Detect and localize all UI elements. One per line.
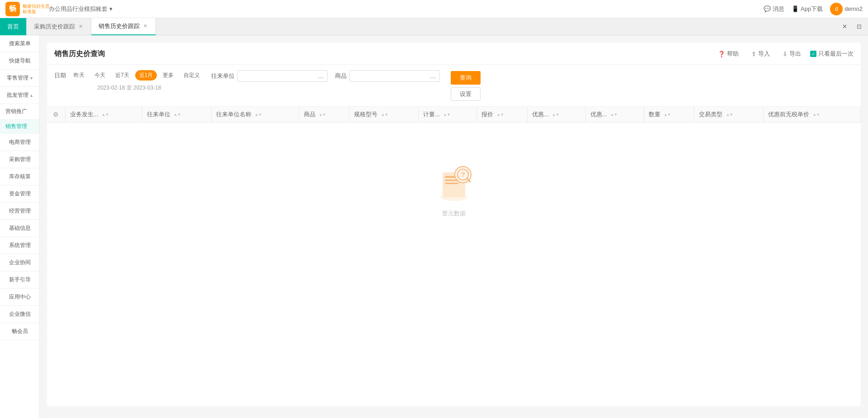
- close-purchase-tab-icon[interactable]: ✕: [78, 23, 84, 30]
- sidebar-item-purchase[interactable]: 采购管理: [0, 151, 39, 168]
- sidebar-item-marketing[interactable]: 营销推广: [0, 104, 39, 119]
- sort-arrows-quantity[interactable]: ▲▼: [664, 113, 671, 117]
- table-col-biz-date: 业务发生... ▲▼: [65, 107, 142, 123]
- sidebar-item-operations[interactable]: 经营管理: [0, 203, 39, 220]
- chevron-down-icon: ▾: [109, 5, 113, 12]
- sidebar-item-enterprise[interactable]: 企业协同: [0, 254, 39, 271]
- sidebar-item-quick-nav[interactable]: 快捷导航: [0, 52, 39, 70]
- sort-arrows-pretax-price[interactable]: ▲▼: [813, 113, 820, 117]
- sort-arrows-spec[interactable]: ▲▼: [381, 113, 388, 117]
- date-btn-custom[interactable]: 自定义: [179, 70, 204, 81]
- sort-arrows-product[interactable]: ▲▼: [319, 113, 326, 117]
- date-filter: 日期 昨天 今天 近7天 近1月 更多 自定义 2023-02-18 至 202…: [54, 70, 204, 92]
- import-button[interactable]: ⇪ 导入: [748, 48, 774, 60]
- top-header: 畅 畅捷信好生意 标准版 办公用品行业模拟账套 ▾ 💬 消息 📱 App下载 d…: [0, 0, 868, 18]
- settings-button[interactable]: 设置: [451, 87, 481, 101]
- tab-sales-history[interactable]: 销售历史价跟踪 ✕: [91, 18, 156, 35]
- table-col-discount1: 优惠... ▲▼: [527, 107, 585, 123]
- logo-icon: 畅: [5, 2, 20, 16]
- import-icon: ⇪: [751, 51, 756, 57]
- date-btn-today[interactable]: 今天: [90, 70, 109, 81]
- app-download-button[interactable]: 📱 App下载: [792, 5, 823, 13]
- date-options: 昨天 今天 近7天 近1月 更多 自定义: [70, 70, 204, 81]
- table-col-spec: 规格型号 ▲▼: [349, 107, 419, 123]
- data-table: ⚙ 业务发生... ▲▼ 往来单位 ▲▼ 往来单位名称: [47, 107, 861, 123]
- empty-state: ? 暂元数据: [47, 123, 861, 254]
- table-col-quote-price: 报价 ▲▼: [477, 107, 528, 123]
- message-button[interactable]: 💬 消息: [764, 5, 784, 13]
- export-button[interactable]: ⇩ 导出: [779, 48, 805, 60]
- sort-arrows-biz-date[interactable]: ▲▼: [102, 113, 109, 117]
- only-last-checkbox[interactable]: ✓ 只看最后一次: [810, 50, 854, 58]
- sort-arrows-unit[interactable]: ▲▼: [443, 113, 451, 117]
- counterparty-dots-icon[interactable]: ...: [318, 72, 324, 80]
- header-right: 💬 消息 📱 App下载 d demo2: [764, 3, 863, 15]
- workspace-selector[interactable]: 办公用品行业模拟账套 ▾: [45, 3, 116, 15]
- page-container: 销售历史价查询 ❓ 帮助 ⇪ 导入 ⇩ 导出 ✓: [47, 43, 861, 406]
- workspace-name: 办公用品行业模拟账套: [49, 5, 108, 13]
- sidebar-item-basic-info[interactable]: 基础信息: [0, 220, 39, 237]
- sidebar-item-system[interactable]: 系统管理: [0, 237, 39, 254]
- sidebar-item-finance[interactable]: 资金管理: [0, 185, 39, 203]
- sidebar-item-search[interactable]: 搜索菜单: [0, 35, 39, 52]
- sidebar-item-inventory[interactable]: 库存核算: [0, 168, 39, 185]
- sort-arrows-counterparty-name[interactable]: ▲▼: [255, 113, 262, 117]
- product-label: 商品: [335, 72, 347, 80]
- sidebar-item-wholesale[interactable]: 批发管理 ▴: [0, 87, 39, 104]
- chevron-up-icon: ▴: [30, 93, 33, 98]
- logo-area: 畅 畅捷信好生意 标准版: [5, 2, 42, 16]
- sort-arrows-discount2[interactable]: ▲▼: [610, 113, 618, 117]
- tab-actions: ✕ ⊡: [839, 21, 868, 32]
- table-col-quantity: 数量 ▲▼: [644, 107, 694, 123]
- table-col-counterparty-name: 往来单位名称 ▲▼: [211, 107, 299, 123]
- help-button[interactable]: ❓ 帮助: [714, 48, 742, 60]
- sort-arrows-trade-type[interactable]: ▲▼: [726, 113, 733, 117]
- table-col-trade-type: 交易类型 ▲▼: [694, 107, 764, 123]
- date-range-text: 2023-02-18 至 2023-03-18: [97, 84, 161, 92]
- date-btn-yesterday[interactable]: 昨天: [70, 70, 89, 81]
- counterparty-input[interactable]: [241, 73, 318, 80]
- export-icon: ⇩: [783, 51, 788, 57]
- tab-purchase-history[interactable]: 采购历史价跟踪 ✕: [27, 18, 91, 35]
- sidebar-item-newbie[interactable]: 新手引导: [0, 271, 39, 289]
- help-icon: ❓: [718, 51, 725, 57]
- product-dots-icon[interactable]: ...: [430, 72, 436, 80]
- sidebar-item-apps[interactable]: 应用中心: [0, 289, 39, 306]
- table-header-row: ⚙ 业务发生... ▲▼ 往来单位 ▲▼ 往来单位名称: [47, 107, 861, 123]
- product-input[interactable]: [354, 73, 430, 80]
- sidebar: 搜索菜单 快捷导航 零售管理 ▾ 批发管理 ▴ 营销推广 销售管理 电商管理 采…: [0, 35, 40, 418]
- table-wrapper: ⚙ 业务发生... ▲▼ 往来单位 ▲▼ 往来单位名称: [47, 107, 861, 123]
- counterparty-label: 往来单位: [211, 72, 235, 80]
- tab-bar: 首页 采购历史价跟踪 ✕ 销售历史价跟踪 ✕ ✕ ⊡: [0, 18, 868, 35]
- tab-home[interactable]: 首页: [0, 18, 27, 35]
- date-label: 日期: [54, 71, 66, 80]
- sidebar-item-sales-mgmt[interactable]: 销售管理: [0, 119, 39, 134]
- sidebar-item-wechat[interactable]: 企业微信: [0, 306, 39, 323]
- maximize-button[interactable]: ⊡: [854, 21, 864, 32]
- sidebar-item-member[interactable]: 畅会员: [0, 323, 39, 340]
- counterparty-filter: 往来单位 ...: [211, 70, 328, 82]
- query-button[interactable]: 查询: [451, 71, 481, 85]
- user-profile[interactable]: d demo2: [830, 3, 863, 15]
- sort-arrows-quote-price[interactable]: ▲▼: [497, 113, 504, 117]
- empty-state-text: 暂元数据: [442, 209, 466, 218]
- gear-icon[interactable]: ⚙: [53, 111, 59, 118]
- table-col-gear: ⚙: [47, 107, 65, 123]
- page-header: 销售历史价查询 ❓ 帮助 ⇪ 导入 ⇩ 导出 ✓: [47, 43, 861, 65]
- counterparty-input-wrapper: ...: [237, 70, 328, 82]
- date-btn-1month[interactable]: 近1月: [135, 70, 157, 81]
- message-icon: 💬: [764, 5, 771, 12]
- close-sales-tab-icon[interactable]: ✕: [142, 22, 148, 30]
- sidebar-item-retail[interactable]: 零售管理 ▾: [0, 70, 39, 87]
- filter-bar: 日期 昨天 今天 近7天 近1月 更多 自定义 2023-02-18 至 202…: [47, 65, 861, 107]
- username: demo2: [844, 5, 863, 12]
- date-btn-more[interactable]: 更多: [159, 70, 178, 81]
- sort-arrows-discount1[interactable]: ▲▼: [552, 113, 559, 117]
- sort-arrows-counterparty[interactable]: ▲▼: [174, 113, 181, 117]
- table-col-unit: 计量... ▲▼: [419, 107, 477, 123]
- date-btn-7days[interactable]: 近7天: [111, 70, 133, 81]
- close-tab-button[interactable]: ✕: [839, 21, 850, 32]
- sidebar-item-ecommerce[interactable]: 电商管理: [0, 134, 39, 151]
- empty-state-illustration: ?: [431, 159, 476, 204]
- table-col-discount2: 优惠... ▲▼: [585, 107, 644, 123]
